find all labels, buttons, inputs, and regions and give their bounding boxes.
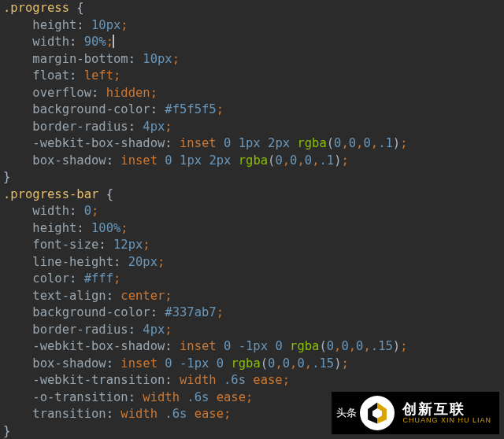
css-selector-line[interactable]: .progress-bar {: [3, 186, 504, 204]
watermark-brand: 创新互联 CHUANG XIN HU LIAN: [402, 402, 491, 424]
css-declaration[interactable]: color: #fff;: [3, 271, 504, 288]
css-declaration[interactable]: font-size: 12px;: [3, 237, 504, 254]
css-close-brace[interactable]: }: [3, 169, 504, 186]
css-declaration[interactable]: height: 10px;: [3, 17, 504, 35]
css-declaration[interactable]: -webkit-box-shadow: inset 0 1px 2px rgba…: [3, 135, 504, 153]
css-declaration[interactable]: text-align: center;: [3, 288, 504, 305]
css-declaration[interactable]: box-shadow: inset 0 -1px 0 rgba(0,0,0,.1…: [3, 356, 504, 373]
watermark-brand-pinyin: CHUANG XIN HU LIAN: [402, 417, 491, 424]
css-declaration[interactable]: overflow: hidden;: [3, 85, 504, 102]
code-editor[interactable]: .progress { height: 10px; width: 90%; ma…: [0, 0, 504, 439]
css-declaration[interactable]: float: left;: [3, 68, 504, 85]
watermark-brand-zh: 创新互联: [402, 402, 491, 417]
css-declaration[interactable]: height: 100%;: [3, 220, 504, 238]
css-declaration[interactable]: -webkit-box-shadow: inset 0 -1px 0 rgba(…: [3, 338, 504, 356]
css-declaration[interactable]: width: 0;: [3, 203, 504, 220]
css-declaration[interactable]: box-shadow: inset 0 1px 2px rgba(0,0,0,.…: [3, 153, 504, 170]
css-declaration[interactable]: line-height: 20px;: [3, 254, 504, 271]
css-declaration[interactable]: border-radius: 4px;: [3, 322, 504, 339]
css-declaration[interactable]: margin-bottom: 10px;: [3, 51, 504, 68]
css-selector-line[interactable]: .progress {: [3, 0, 504, 17]
css-declaration[interactable]: background-color: #337ab7;: [3, 304, 504, 322]
watermark-left-text: 头条: [336, 404, 357, 422]
css-declaration[interactable]: background-color: #f5f5f5;: [3, 101, 504, 119]
css-declaration[interactable]: border-radius: 4px;: [3, 119, 504, 136]
watermark: 头条 创新互联 CHUANG XIN HU LIAN: [332, 392, 499, 434]
css-declaration[interactable]: width: 90%;: [3, 34, 504, 51]
css-declaration[interactable]: -webkit-transition: width .6s ease;: [3, 372, 504, 389]
text-caret: [113, 35, 114, 48]
watermark-logo-icon: [360, 396, 395, 430]
